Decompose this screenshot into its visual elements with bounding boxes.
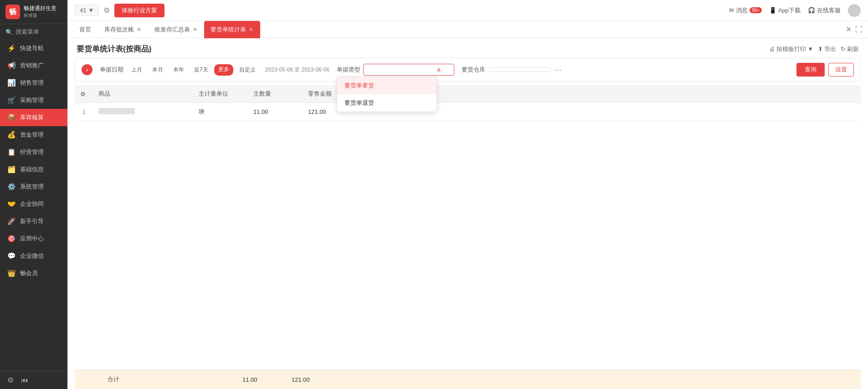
sidebar-item-quick-nav[interactable]: ⚡ 快捷导航 (0, 40, 67, 57)
tab-home[interactable]: 首页 (73, 21, 98, 38)
collapse-sidebar-icon[interactable]: ⏮ (21, 376, 28, 384)
online-service-item[interactable]: 🎧 在线客服 (808, 6, 841, 15)
tab-close-icon[interactable]: ✕ (137, 26, 141, 33)
sidebar-item-operation[interactable]: 📋 经营管理 (0, 143, 67, 161)
sidebar-item-wechat[interactable]: 💬 企业微信 (0, 247, 67, 265)
page-title-bar: 要货单统计表(按商品) 🖨 按模板打印 ▼ ⬆ 导出 ↻ 刷新 (67, 38, 868, 58)
sidebar-bottom: ⚙ ⏮ (0, 371, 67, 389)
dropdown-item-order-return[interactable]: 要货单退货 (337, 94, 437, 112)
expand-fullscreen-icon[interactable]: ⛶ (855, 26, 863, 34)
trial-button[interactable]: 体验行业方案 (114, 4, 164, 17)
export-icon: ⬆ (818, 46, 823, 52)
message-badge: 99+ (750, 7, 762, 13)
sidebar-search[interactable]: 🔍 搜索菜单 (0, 24, 67, 40)
filter-more-icon[interactable]: ⋯ (555, 66, 562, 74)
logo-sub: 标准版 (24, 12, 56, 19)
member-icon: 👑 (7, 269, 15, 277)
warehouse-select[interactable] (488, 67, 552, 72)
sidebar-item-member[interactable]: 👑 畅会员 (0, 265, 67, 282)
column-settings-icon[interactable]: ⚙ (80, 91, 86, 97)
sidebar-item-guide[interactable]: 🚀 新手引导 (0, 213, 67, 230)
tab-order-stats-label: 要货单统计表 (211, 26, 246, 34)
inventory-icon: 📦 (7, 113, 15, 122)
table-container: ⚙ 商品 主计量单位 主数量 零售金额 1 (75, 85, 861, 369)
expand-filter-button[interactable]: › (82, 64, 92, 75)
th-qty: 主数量 (248, 85, 303, 103)
sidebar-item-basic[interactable]: 🗂️ 基础信息 (0, 161, 67, 178)
setup-button[interactable]: 设置 (828, 63, 854, 77)
header-settings-icon[interactable]: ⚙ (103, 6, 110, 15)
message-label: 消息 (736, 6, 748, 15)
wechat-icon: 💬 (7, 252, 15, 260)
sidebar: 畅 畅捷通好生意 标准版 🔍 搜索菜单 ⚡ 快捷导航 📢 营销推广 📊 销售管理… (0, 0, 67, 389)
headset-icon: 🎧 (808, 7, 815, 14)
tab-close-icon[interactable]: ✕ (249, 26, 253, 33)
logo-name: 畅捷通好生意 (24, 5, 56, 12)
logo-icon: 畅 (5, 5, 20, 19)
expand-close-icon[interactable]: ✕ (846, 25, 852, 34)
sidebar-item-system[interactable]: ⚙️ 系统管理 (0, 178, 67, 195)
sales-icon: 📊 (7, 79, 15, 87)
search-label: 搜索菜单 (15, 28, 39, 36)
date-btn-last-month[interactable]: 上月 (127, 64, 146, 76)
print-label: 按模板打印 (776, 45, 806, 53)
tab-inventory-batch[interactable]: 库存批次账 ✕ (98, 21, 148, 38)
sidebar-item-sales[interactable]: 📊 销售管理 (0, 74, 67, 92)
avatar[interactable] (848, 4, 861, 17)
appstore-icon: 🎯 (7, 235, 15, 243)
message-item[interactable]: ✉ 消息 99+ (729, 6, 762, 15)
date-btn-this-year[interactable]: 本年 (169, 64, 188, 76)
purchase-icon: 🛒 (7, 96, 15, 104)
query-button[interactable]: 查询 (796, 63, 825, 77)
finance-icon: 💰 (7, 131, 15, 139)
quick-nav-icon: ⚡ (7, 44, 15, 52)
store-selector[interactable]: 41 ▼ (75, 5, 99, 16)
sidebar-item-enterprise[interactable]: 🤝 企业协同 (0, 195, 67, 213)
export-button[interactable]: ⬆ 导出 (818, 45, 836, 53)
tab-receivable-summary[interactable]: 收发存汇总表 ✕ (148, 21, 204, 38)
table-header-row: ⚙ 商品 主计量单位 主数量 零售金额 (75, 85, 861, 103)
print-button[interactable]: 🖨 按模板打印 ▼ (769, 45, 813, 53)
tabs-bar: 首页 库存批次账 ✕ 收发存汇总表 ✕ 要货单统计表 ✕ ✕ ⛶ (67, 21, 868, 38)
sidebar-item-marketing[interactable]: 📢 营销推广 (0, 57, 67, 74)
operation-icon: 📋 (7, 148, 15, 156)
sidebar-item-label: 基础信息 (20, 165, 44, 174)
sidebar-item-inventory[interactable]: 📦 库存核算 (0, 109, 67, 126)
sidebar-item-label: 畅会员 (20, 269, 38, 277)
sidebar-item-label: 新手引导 (20, 217, 44, 225)
date-btn-custom[interactable]: 自定义 (235, 64, 260, 76)
refresh-button[interactable]: ↻ 刷新 (841, 45, 859, 53)
app-download-label: App下载 (778, 6, 801, 15)
row-unit: 块 (193, 103, 248, 121)
sidebar-logo: 畅 畅捷通好生意 标准版 (0, 0, 67, 24)
refresh-icon: ↻ (841, 46, 846, 52)
footer-total-qty: 11.00 (237, 376, 292, 383)
sidebar-item-label: 经营管理 (20, 148, 44, 156)
refresh-label: 刷新 (847, 45, 859, 53)
table-footer: 合计 11.00 121.00 (75, 369, 861, 389)
footer-total-text: 合计 (108, 376, 119, 383)
filter-bar: › 单据日期 上月 本月 本年 近7天 更多 自定义 2023-05-06 至 … (75, 58, 861, 82)
sidebar-item-appstore[interactable]: 🎯 应用中心 (0, 230, 67, 247)
date-btn-this-month[interactable]: 本月 (148, 64, 167, 76)
date-btn-7days[interactable]: 近7天 (190, 64, 212, 76)
print-arrow-icon: ▼ (807, 46, 813, 52)
message-icon: ✉ (729, 7, 734, 14)
sidebar-nav: ⚡ 快捷导航 📢 营销推广 📊 销售管理 🛒 采购管理 📦 库存核算 💰 资金管… (0, 40, 67, 371)
sidebar-item-label: 快捷导航 (20, 44, 44, 52)
online-service-label: 在线客服 (817, 6, 841, 15)
date-filter-label: 单据日期 (100, 66, 123, 74)
sidebar-item-finance[interactable]: 💰 资金管理 (0, 126, 67, 143)
sidebar-item-purchase[interactable]: 🛒 采购管理 (0, 92, 67, 109)
app-download-item[interactable]: 📱 App下载 (769, 6, 801, 15)
print-icon: 🖨 (769, 46, 775, 52)
header-left: 41 ▼ ⚙ 体验行业方案 (75, 4, 164, 17)
tab-receivable-label: 收发存汇总表 (154, 26, 190, 34)
dropdown-item-order-goods[interactable]: 要货单要货 (337, 77, 437, 94)
type-select-dropdown[interactable]: ∧ (363, 64, 454, 76)
page-title: 要货单统计表(按商品) (77, 44, 151, 54)
date-btn-more[interactable]: 更多 (214, 64, 233, 76)
tab-order-stats[interactable]: 要货单统计表 ✕ (204, 21, 260, 38)
settings-bottom-icon[interactable]: ⚙ (7, 376, 14, 384)
tab-close-icon[interactable]: ✕ (193, 26, 197, 33)
